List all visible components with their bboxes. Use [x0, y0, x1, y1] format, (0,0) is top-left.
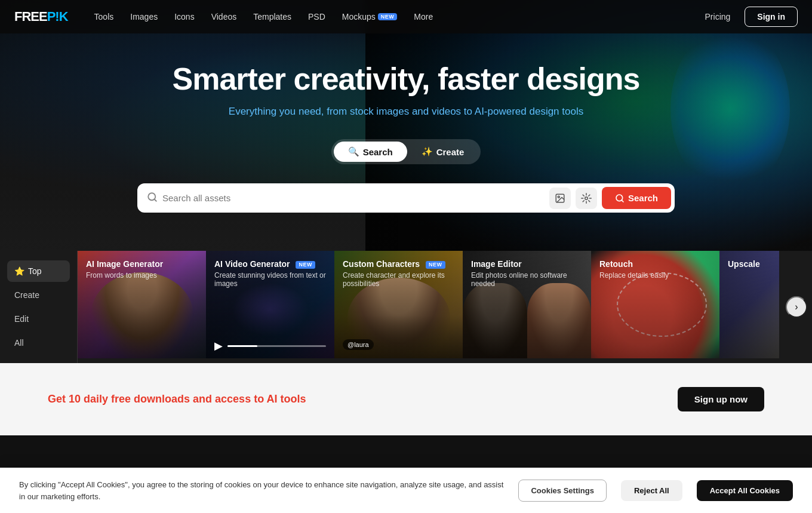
nav-more[interactable]: More: [407, 8, 440, 25]
star-icon: ⭐: [14, 266, 24, 276]
tool-card-retouch[interactable]: Retouch Replace details easily: [591, 251, 719, 358]
search-tab-icon: 🔍: [348, 146, 359, 157]
tool-card-upscale[interactable]: Upscale: [719, 251, 779, 358]
hero-content: Smarter creativity, faster designs Every…: [137, 62, 675, 213]
visual-search-button[interactable]: [549, 188, 571, 209]
card-subtitle: Create stunning videos from text or imag…: [214, 271, 326, 288]
nav-mockups[interactable]: Mockups NEW: [335, 8, 405, 25]
nav-psd[interactable]: PSD: [301, 8, 333, 25]
promo-text: Get 10 daily free downloads and access t…: [48, 393, 306, 406]
search-button-label: Search: [628, 193, 658, 203]
search-input[interactable]: [162, 193, 549, 203]
nav-videos[interactable]: Videos: [204, 8, 244, 25]
navbar-right: Pricing Sign in: [698, 7, 798, 27]
card-info: Custom Characters NEW Create character a…: [343, 259, 454, 288]
cards-track: AI Image Generator From words to images …: [78, 251, 812, 363]
card-title: AI Video Generator NEW: [214, 259, 326, 269]
sidebar-item-all[interactable]: All: [7, 332, 70, 354]
signup-button[interactable]: Sign up now: [678, 387, 764, 411]
create-tab-label: Create: [436, 147, 465, 157]
sidebar-item-edit[interactable]: Edit: [7, 308, 70, 330]
tool-card-ai-image-gen[interactable]: AI Image Generator From words to images: [78, 251, 206, 358]
new-badge: NEW: [296, 261, 315, 269]
card-subtitle: From words to images: [86, 271, 198, 279]
card-title: Upscale: [728, 259, 771, 269]
svg-point-3: [558, 196, 559, 198]
tools-carousel: ⭐ Top Create Edit All AI Image Generator…: [0, 251, 812, 363]
tool-card-ai-video-gen[interactable]: AI Video Generator NEW Create stunning v…: [206, 251, 334, 358]
sidebar-edit-label: Edit: [14, 314, 29, 324]
brand-name: FREEP!K: [14, 9, 68, 24]
search-tools: [549, 188, 597, 209]
card-subtitle: Replace details easily: [599, 271, 711, 279]
search-bar-icon: [147, 192, 158, 205]
signin-button[interactable]: Sign in: [745, 7, 798, 27]
mockups-new-badge: NEW: [378, 13, 398, 20]
svg-point-4: [585, 196, 588, 199]
new-badge: NEW: [426, 261, 445, 269]
card-info: Image Editor Edit photos online no softw…: [471, 259, 583, 288]
user-tag: @laura: [343, 339, 374, 350]
video-progress-bar: [227, 345, 326, 347]
search-button[interactable]: Search: [602, 187, 671, 209]
search-tab-label: Search: [363, 147, 393, 157]
search-tab[interactable]: 🔍 Search: [334, 142, 407, 162]
nav-links: Tools Images Icons Videos Templates PSD …: [87, 8, 698, 25]
card-info: Retouch Replace details easily: [599, 259, 711, 279]
video-progress-fill: [227, 345, 257, 347]
promo-section: Get 10 daily free downloads and access t…: [0, 363, 812, 435]
nav-templates[interactable]: Templates: [246, 8, 299, 25]
card-info: Upscale: [728, 259, 771, 269]
sidebar-all-label: All: [14, 338, 24, 348]
hero-section: Smarter creativity, faster designs Every…: [0, 0, 812, 251]
svg-line-1: [154, 199, 156, 201]
navbar: FREEP!K Tools Images Icons Videos Templa…: [0, 0, 812, 33]
tool-card-image-editor[interactable]: Image Editor Edit photos online no softw…: [463, 251, 591, 358]
brand-logo[interactable]: FREEP!K: [14, 9, 68, 24]
create-tab[interactable]: ✨ Create: [407, 142, 479, 162]
card-info: AI Video Generator NEW Create stunning v…: [214, 259, 326, 288]
pricing-link[interactable]: Pricing: [698, 8, 738, 25]
sidebar-create-label: Create: [14, 290, 39, 300]
play-icon[interactable]: ▶: [214, 339, 223, 352]
card-title: Image Editor: [471, 259, 583, 269]
tool-card-custom-characters[interactable]: Custom Characters NEW Create character a…: [334, 251, 463, 358]
card-title: AI Image Generator: [86, 259, 198, 269]
search-create-tabs: 🔍 Search ✨ Create: [331, 139, 481, 164]
search-bar: Search: [137, 183, 675, 213]
card-subtitle: Edit photos online no software needed: [471, 271, 583, 288]
carousel-next-button[interactable]: ›: [786, 296, 807, 318]
card-title: Retouch: [599, 259, 711, 269]
nav-images[interactable]: Images: [123, 8, 165, 25]
video-controls: ▶: [214, 339, 326, 352]
card-subtitle: Create character and explore its possibi…: [343, 271, 454, 288]
filters-button[interactable]: [576, 188, 597, 209]
carousel-sidebar: ⭐ Top Create Edit All: [0, 251, 78, 363]
create-tab-icon: ✨: [422, 146, 433, 157]
sidebar-item-top[interactable]: ⭐ Top: [7, 260, 70, 282]
sidebar-top-label: Top: [28, 266, 42, 276]
hero-title: Smarter creativity, faster designs: [137, 62, 675, 96]
card-title: Custom Characters NEW: [343, 259, 454, 269]
hero-subtitle: Everything you need, from stock images a…: [137, 106, 675, 118]
nav-icons[interactable]: Icons: [167, 8, 201, 25]
card-info: AI Image Generator From words to images: [86, 259, 198, 279]
sidebar-item-create[interactable]: Create: [7, 284, 70, 306]
svg-line-6: [622, 200, 623, 202]
nav-tools[interactable]: Tools: [87, 8, 121, 25]
